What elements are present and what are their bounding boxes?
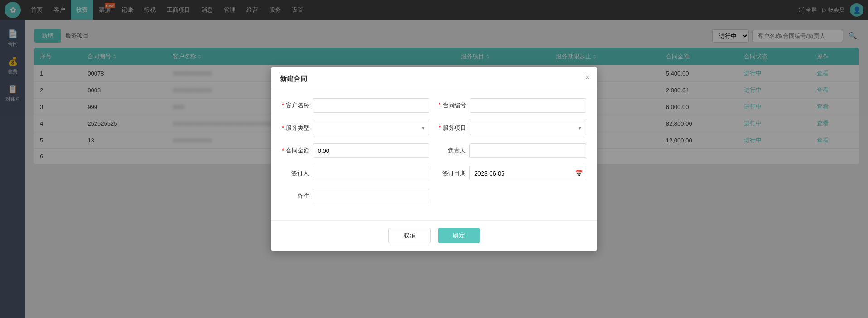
modal-title: 新建合同 — [280, 75, 307, 82]
new-contract-modal: 新建合同 × 客户名称 合同编号 服务类型 — [271, 67, 597, 251]
form-row-1: 客户名称 合同编号 — [282, 98, 586, 113]
contract-no-input[interactable] — [470, 98, 586, 113]
form-row-4: 签订人 签订日期 📅 — [282, 166, 586, 180]
form-group-service-type: 服务类型 ▼ — [282, 121, 429, 135]
modal-close-button[interactable]: × — [585, 73, 590, 82]
form-group-responsible: 负责人 — [439, 143, 586, 158]
modal-body: 客户名称 合同编号 服务类型 ▼ 服务项目 — [271, 89, 597, 220]
customer-name-input[interactable] — [313, 98, 429, 113]
modal-header: 新建合同 × — [271, 67, 597, 89]
modal-footer: 取消 确定 — [271, 220, 597, 251]
signatory-label: 签订人 — [282, 169, 309, 177]
form-group-customer: 客户名称 — [282, 98, 429, 113]
service-item-label: 服务项目 — [439, 124, 466, 132]
modal-overlay[interactable]: 新建合同 × 客户名称 合同编号 服务类型 — [0, 0, 868, 318]
service-type-label: 服务类型 — [282, 124, 309, 132]
responsible-label: 负责人 — [439, 147, 466, 155]
customer-name-label: 客户名称 — [282, 101, 309, 109]
form-group-signatory: 签订人 — [282, 166, 429, 180]
remark-label: 备注 — [282, 192, 309, 200]
sign-date-label: 签订日期 — [439, 169, 466, 177]
contract-no-label: 合同编号 — [439, 101, 466, 109]
remark-input[interactable] — [313, 189, 429, 203]
service-type-wrapper: ▼ — [313, 121, 429, 135]
signatory-input[interactable] — [313, 166, 429, 180]
contract-amount-input[interactable] — [313, 143, 429, 158]
form-group-contract-no: 合同编号 — [439, 98, 586, 113]
sign-date-input[interactable] — [469, 166, 586, 180]
form-group-remark: 备注 — [282, 189, 429, 203]
service-item-wrapper: ▼ — [470, 121, 586, 135]
sign-date-wrapper: 📅 — [469, 166, 586, 180]
form-group-service-item: 服务项目 ▼ — [439, 121, 586, 135]
form-group-amount: 合同金额 — [282, 143, 429, 158]
cancel-button[interactable]: 取消 — [388, 228, 431, 243]
responsible-input[interactable] — [469, 143, 586, 158]
service-type-select[interactable] — [313, 121, 429, 135]
form-row-5: 备注 — [282, 189, 586, 203]
contract-amount-label: 合同金额 — [282, 147, 309, 155]
form-group-empty — [439, 189, 586, 203]
confirm-button[interactable]: 确定 — [438, 228, 480, 243]
service-item-select[interactable] — [470, 121, 586, 135]
form-row-2: 服务类型 ▼ 服务项目 ▼ — [282, 121, 586, 135]
form-group-sign-date: 签订日期 📅 — [439, 166, 586, 180]
form-row-3: 合同金额 负责人 — [282, 143, 586, 158]
